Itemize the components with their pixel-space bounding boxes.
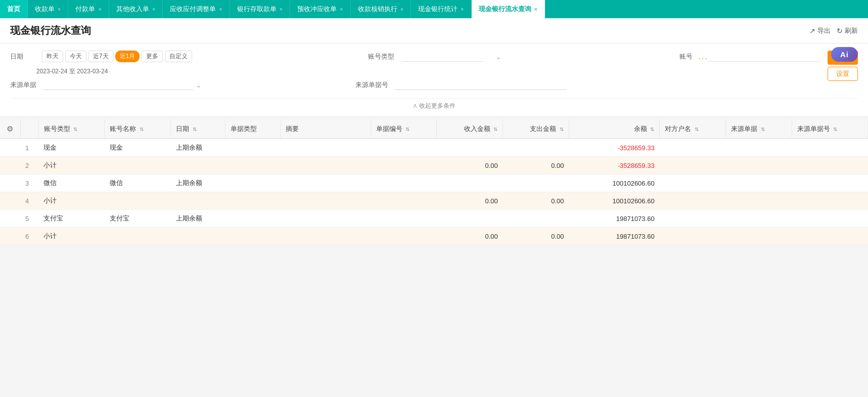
table-row: 2 小计 0.00 0.00 -3528659.33: [0, 157, 868, 174]
th-source-doc[interactable]: 来源单据 ⇅: [725, 120, 792, 139]
td-source-doc: [725, 228, 792, 245]
td-row-num: 1: [20, 139, 38, 157]
td-expense: [503, 139, 569, 157]
date-btn-7days[interactable]: 近7天: [88, 51, 113, 62]
nav-verify-exec[interactable]: 收款核销执行 ×: [351, 0, 411, 18]
table-row: 4 小计 0.00 0.00 100102606.60: [0, 192, 868, 210]
nav-other-income[interactable]: 其他收入单 ×: [109, 0, 163, 18]
td-counterparty: [660, 228, 726, 245]
th-row-num: [20, 120, 38, 139]
td-expense: 0.00: [503, 192, 569, 210]
td-income: 0.00: [437, 228, 503, 245]
nav-cash-stats[interactable]: 现金银行统计 ×: [411, 0, 471, 18]
nav-prepay-offset-close[interactable]: ×: [340, 6, 343, 12]
top-navigation: 首页 收款单 × 付款单 × 其他收入单 × 应收应付调整单 × 银行存取款单 …: [0, 0, 868, 18]
td-expense: [503, 174, 569, 192]
th-account-type[interactable]: 账号类型 ⇅: [38, 120, 105, 139]
account-type-select[interactable]: [402, 52, 483, 62]
td-source-doc-no: [792, 228, 867, 245]
filter-area: 日期 昨天 今天 近7天 近1月 更多 自定义 账号类型: [0, 43, 868, 117]
nav-home-label: 首页: [7, 5, 20, 14]
table-body: 1 现金 现金 上期余额 -3528659.33 2 小计 0.00 0.00 …: [0, 139, 868, 245]
nav-prepay-offset[interactable]: 预收冲应收单 ×: [290, 0, 350, 18]
nav-other-income-close[interactable]: ×: [152, 6, 155, 12]
date-btn-yesterday[interactable]: 昨天: [42, 51, 63, 62]
account-input[interactable]: [708, 52, 819, 62]
date-btn-more[interactable]: 更多: [142, 51, 163, 62]
td-source-doc: [725, 157, 792, 174]
th-counterparty[interactable]: 对方户名 ⇅: [660, 120, 726, 139]
sort-counterparty-icon: ⇅: [695, 126, 699, 132]
date-btn-1month[interactable]: 近1月: [115, 51, 140, 62]
sort-balance-icon: ⇅: [650, 126, 654, 132]
source-doc-select[interactable]: [42, 80, 194, 90]
td-row-num: 4: [20, 192, 38, 210]
td-source-doc-no: [792, 157, 867, 174]
sort-date-icon: ⇅: [193, 126, 197, 132]
account-label: 账号: [679, 52, 695, 61]
td-doc-no: [371, 210, 437, 228]
nav-bank-deposit[interactable]: 银行存取款单 ×: [230, 0, 290, 18]
nav-receipt-close[interactable]: ×: [58, 6, 61, 12]
td-source-doc-no: [792, 192, 867, 210]
sort-source-doc-no-icon: ⇅: [833, 126, 837, 132]
export-label: 导出: [817, 26, 831, 35]
nav-prepay-offset-label: 预收冲应收单: [297, 5, 337, 14]
nav-payment-close[interactable]: ×: [98, 6, 101, 12]
nav-bank-deposit-close[interactable]: ×: [280, 6, 283, 12]
td-doc-type: [225, 192, 280, 210]
td-date: [171, 228, 225, 245]
th-doc-no[interactable]: 单据编号 ⇅: [371, 120, 437, 139]
refresh-icon: ↻: [837, 27, 843, 35]
td-account-name: 支付宝: [105, 210, 171, 228]
nav-ar-adjustment[interactable]: 应收应付调整单 ×: [163, 0, 230, 18]
td-summary: [280, 210, 371, 228]
th-balance[interactable]: 余额 ⇅: [569, 120, 660, 139]
collapse-bar[interactable]: ∧ 收起更多条件: [10, 98, 858, 112]
settings-button[interactable]: 设置: [828, 67, 858, 81]
td-doc-type: [225, 228, 280, 245]
date-btn-custom[interactable]: 自定义: [165, 51, 192, 62]
nav-home[interactable]: 首页: [0, 0, 28, 18]
td-doc-no: [371, 139, 437, 157]
collapse-icon: ∧: [413, 102, 418, 109]
td-summary: [280, 174, 371, 192]
td-source-doc-no: [792, 174, 867, 192]
td-source-doc-no: [792, 139, 867, 157]
td-account-type: 微信: [38, 174, 105, 192]
nav-verify-exec-close[interactable]: ×: [400, 6, 403, 12]
ai-button[interactable]: Ai: [831, 47, 858, 62]
nav-cash-stats-close[interactable]: ×: [461, 6, 464, 12]
td-summary: [280, 157, 371, 174]
td-source-doc: [725, 210, 792, 228]
td-expense: 0.00: [503, 157, 569, 174]
th-expense[interactable]: 支出金额 ⇅: [503, 120, 569, 139]
source-doc-no-input[interactable]: [395, 80, 567, 90]
account-ellipsis-button[interactable]: ...: [699, 52, 708, 61]
nav-payment[interactable]: 付款单 ×: [68, 0, 109, 18]
nav-cash-flow-close[interactable]: ×: [534, 6, 537, 12]
td-gear: [0, 192, 20, 210]
th-income[interactable]: 收入金额 ⇅: [437, 120, 503, 139]
td-expense: [503, 210, 569, 228]
account-type-select-wrapper: [402, 52, 504, 62]
refresh-button[interactable]: ↻ 刷新: [837, 26, 858, 35]
nav-receipt[interactable]: 收款单 ×: [28, 0, 68, 18]
nav-cash-flow[interactable]: 现金银行流水查询 ×: [472, 0, 545, 18]
export-button[interactable]: ↗ 导出: [809, 26, 831, 35]
th-source-doc-no[interactable]: 来源单据号 ⇅: [792, 120, 867, 139]
table-row: 6 小计 0.00 0.00 19871073.60: [0, 228, 868, 245]
nav-ar-adjustment-close[interactable]: ×: [219, 6, 222, 12]
date-filter-label: 日期: [10, 52, 38, 61]
th-date[interactable]: 日期 ⇅: [171, 120, 225, 139]
td-row-num: 2: [20, 157, 38, 174]
td-income: [437, 174, 503, 192]
filter-row-2: 来源单据 来源单据号: [10, 80, 819, 90]
td-gear: [0, 210, 20, 228]
date-btn-today[interactable]: 今天: [65, 51, 86, 62]
td-account-type: 小计: [38, 157, 105, 174]
td-doc-type: [225, 139, 280, 157]
td-account-name: [105, 228, 171, 245]
th-account-name[interactable]: 账号名称 ⇅: [105, 120, 171, 139]
gear-icon[interactable]: ⚙: [7, 124, 13, 133]
